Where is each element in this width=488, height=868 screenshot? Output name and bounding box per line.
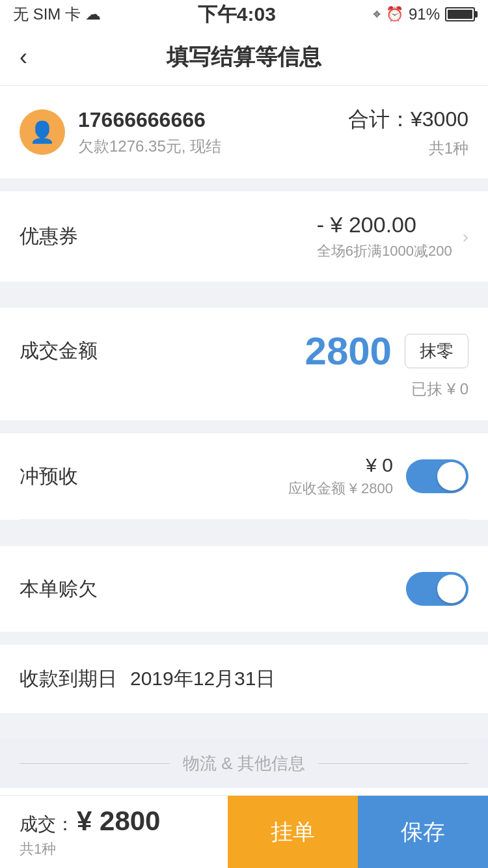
user-details: 17666666666 欠款1276.35元, 现结 [78, 108, 221, 157]
duedate-value: 2019年12月31日 [130, 666, 275, 692]
duedate-row: 收款到期日 2019年12月31日 [20, 666, 468, 692]
status-bar-right: ⌖ ⏰ 91% [373, 5, 475, 23]
content: 👤 17666666666 欠款1276.35元, 现结 合计：¥3000 共1… [0, 86, 488, 868]
battery-percent: 91% [409, 5, 440, 23]
prepay-right: ¥ 0 应收金额 ¥ 2800 [288, 454, 468, 498]
user-info-left: 👤 17666666666 欠款1276.35元, 现结 [20, 108, 221, 157]
amount-value: 2800 [305, 329, 392, 373]
credit-label: 本单赊欠 [20, 576, 98, 603]
coupon-chevron-icon: › [463, 226, 468, 247]
prepay-toggle[interactable] [406, 459, 468, 493]
total-sub: 共1种 [348, 138, 468, 159]
logistics-separator: 物流 & 其他信息 [0, 739, 488, 788]
save-button[interactable]: 保存 [358, 796, 488, 869]
sep-line-left [20, 763, 170, 764]
footer-deal-row: 成交： ¥ 2800 [20, 806, 208, 837]
battery-fill [448, 10, 472, 19]
toggle-thumb [437, 462, 466, 491]
footer-deal-sub: 共1种 [20, 839, 208, 859]
back-button[interactable]: ‹ [20, 44, 27, 71]
credit-toggle-thumb [437, 575, 466, 603]
status-bar-left: 无 SIM 卡 ☁ [13, 4, 101, 25]
footer-summary: 成交： ¥ 2800 共1种 [0, 806, 228, 859]
coupon-discount: - ¥ 200.00 [317, 212, 452, 237]
amount-label: 成交金额 [20, 338, 98, 364]
battery-icon [445, 7, 475, 21]
nav-bar: ‹ 填写结算等信息 [0, 29, 488, 86]
credit-section: 本单赊欠 [0, 546, 488, 632]
prepay-amount-sub: 应收金额 ¥ 2800 [288, 479, 393, 498]
user-info-right: 合计：¥3000 共1种 [348, 105, 468, 159]
page-title: 填写结算等信息 [167, 42, 321, 72]
user-phone: 17666666666 [78, 108, 221, 132]
prepay-amount-main: ¥ 0 [288, 454, 393, 476]
prepay-label: 冲预收 [20, 463, 78, 490]
avatar-icon: 👤 [29, 120, 55, 144]
status-bar: 无 SIM 卡 ☁ 下午4:03 ⌖ ⏰ 91% [0, 0, 488, 29]
amount-row: 成交金额 2800 抹零 [20, 329, 468, 373]
amount-sub: 已抹 ¥ 0 [20, 379, 468, 400]
location-icon: ⌖ [373, 6, 381, 23]
logistics-sep-text: 物流 & 其他信息 [170, 752, 318, 775]
prepay-amount: ¥ 0 应收金额 ¥ 2800 [288, 454, 393, 498]
coupon-row[interactable]: 优惠券 - ¥ 200.00 全场6折满1000减200 › [0, 191, 488, 282]
coupon-right: - ¥ 200.00 全场6折满1000减200 › [317, 212, 468, 261]
sim-label: 无 SIM 卡 ☁ [13, 4, 101, 25]
user-info-section: 👤 17666666666 欠款1276.35元, 现结 合计：¥3000 共1… [0, 86, 488, 178]
sep-line-right [318, 763, 468, 764]
round-button[interactable]: 抹零 [405, 334, 468, 368]
coupon-label: 优惠券 [20, 223, 78, 250]
credit-row: 本单赊欠 [20, 546, 468, 632]
pending-button[interactable]: 挂单 [228, 796, 358, 869]
amount-section: 成交金额 2800 抹零 已抹 ¥ 0 [0, 308, 488, 420]
footer-deal-label: 成交： [20, 812, 74, 837]
duedate-label: 收款到期日 [20, 666, 117, 692]
coupon-sub: 全场6折满1000减200 [317, 241, 452, 261]
coupon-section[interactable]: 优惠券 - ¥ 200.00 全场6折满1000减200 › [0, 191, 488, 282]
divider-3 [0, 726, 488, 739]
divider-2 [0, 533, 488, 546]
user-sub: 欠款1276.35元, 现结 [78, 136, 221, 157]
alarm-icon: ⏰ [386, 6, 403, 23]
credit-toggle[interactable] [406, 572, 468, 606]
total-amount: 合计：¥3000 [348, 105, 468, 134]
footer-deal-amount: ¥ 2800 [77, 806, 160, 837]
status-bar-time: 下午4:03 [198, 1, 276, 28]
duedate-section: 收款到期日 2019年12月31日 [0, 645, 488, 713]
coupon-value-wrap: - ¥ 200.00 全场6折满1000减200 [317, 212, 452, 261]
footer: 成交： ¥ 2800 共1种 挂单 保存 [0, 795, 488, 868]
avatar: 👤 [20, 109, 65, 155]
divider-1 [0, 295, 488, 308]
amount-value-wrap: 2800 抹零 [305, 329, 468, 373]
prepay-section: 冲预收 ¥ 0 应收金额 ¥ 2800 [0, 433, 488, 520]
prepay-row: 冲预收 ¥ 0 应收金额 ¥ 2800 [20, 433, 468, 520]
